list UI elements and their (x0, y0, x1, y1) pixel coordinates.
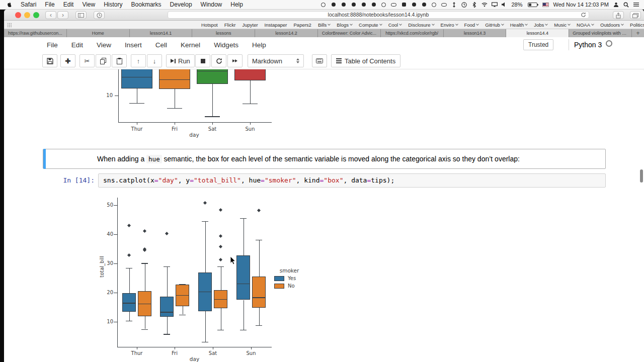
nb-menu-edit[interactable]: Edit (71, 41, 83, 49)
tools-icon[interactable] (421, 2, 427, 8)
menu-clock[interactable]: Wed Nov 14 12:03 PM (553, 2, 609, 8)
arrows-vertical-icon[interactable] (451, 2, 457, 8)
notification-center-icon[interactable] (633, 2, 639, 8)
interrupt-kernel-button[interactable] (195, 54, 210, 67)
zero-circle-icon[interactable] (381, 2, 387, 8)
insert-cell-button[interactable]: ✚ (60, 54, 75, 67)
badge-icon[interactable] (401, 2, 407, 8)
apple-menu-icon[interactable] (6, 2, 12, 8)
window-zoom-button[interactable] (33, 12, 39, 18)
bookmark-jobs[interactable]: Jobs (534, 22, 547, 28)
bird-icon[interactable] (361, 2, 367, 8)
browser-tab-0[interactable]: https://raw.githubusercon... (4, 29, 67, 37)
table-of-contents-button[interactable]: Table of Contents (331, 54, 400, 67)
bookmark-github[interactable]: GitHub (485, 22, 504, 28)
bookmark-politics[interactable]: Politics (630, 22, 644, 28)
window-close-button[interactable] (15, 12, 21, 18)
battery-icon[interactable] (527, 2, 538, 8)
nb-menu-widgets[interactable]: Widgets (214, 41, 238, 49)
menubar-item-file[interactable]: File (45, 1, 54, 8)
browser-tab-5[interactable]: ColorBrewer: Color Advic... (318, 29, 381, 37)
location-icon[interactable] (341, 2, 347, 8)
menubar-item-help[interactable]: Help (230, 1, 243, 8)
menubar-item-window[interactable]: Window (201, 1, 222, 8)
bookmark-enviro[interactable]: Enviro (441, 22, 458, 28)
markdown-cell[interactable]: When adding a hue semantic, the box for … (43, 149, 606, 169)
menubar-item-view[interactable]: View (82, 1, 95, 8)
window-minimize-button[interactable] (24, 12, 30, 18)
clock-icon[interactable] (461, 2, 467, 8)
browser-tab-2[interactable]: lesson14.1 (130, 29, 193, 37)
copy-cell-button[interactable] (96, 54, 111, 67)
browser-tab-4[interactable]: lesson14.2 (255, 29, 318, 37)
bookmark-papers2[interactable]: Papers2 (294, 22, 311, 28)
cut-cell-button[interactable]: ✂ (79, 54, 95, 67)
screen-record-icon[interactable] (320, 2, 327, 8)
share-icon[interactable] (613, 11, 624, 19)
nb-menu-cell[interactable]: Cell (155, 41, 167, 49)
menubar-item-bookmarks[interactable]: Bookmarks (131, 1, 162, 8)
volume-icon[interactable] (502, 2, 508, 8)
menubar-item-edit[interactable]: Edit (63, 1, 74, 8)
move-cell-down-button[interactable]: ↓ (147, 54, 162, 67)
bookmark-instapaper[interactable]: Instapaper (265, 22, 287, 28)
menubar-item-develop[interactable]: Develop (170, 1, 192, 8)
browser-tab-8[interactable]: lesson14.4 (506, 29, 569, 37)
bookmark-hotspot[interactable]: Hotspot (201, 22, 218, 28)
airplay-icon[interactable] (492, 2, 498, 8)
nb-menu-insert[interactable]: Insert (125, 41, 142, 49)
new-tab-button[interactable]: + (632, 29, 644, 37)
trusted-badge[interactable]: Trusted (523, 39, 553, 50)
paste-cell-button[interactable] (112, 54, 127, 67)
address-bar[interactable]: localhost:8888/notebooks/lesson14.4.ipyn… (168, 11, 589, 19)
tab-overview-icon[interactable] (630, 11, 641, 19)
browser-tab-3[interactable]: lessons (192, 29, 255, 37)
bookmark-health[interactable]: Health (510, 22, 527, 28)
user-icon[interactable] (613, 2, 619, 8)
bookmark-jupyter[interactable]: Jupyter (242, 22, 258, 28)
nb-menu-help[interactable]: Help (252, 41, 266, 49)
bookmark-food[interactable]: Food (464, 22, 479, 28)
sidebar-icon[interactable] (75, 11, 87, 19)
bookmark-noaa[interactable]: NOAA (577, 22, 594, 28)
bookmark-compute[interactable]: Compute (359, 22, 382, 28)
bookmark-blogs[interactable]: Blogs (337, 22, 352, 28)
swirl-icon[interactable] (371, 2, 377, 8)
shield-icon[interactable] (411, 2, 417, 8)
binoculars-icon[interactable] (441, 2, 447, 8)
restart-kernel-button[interactable] (211, 54, 226, 67)
bookmark-disclosure[interactable]: Disclosure (408, 22, 434, 28)
lock-icon[interactable] (351, 2, 357, 8)
browser-tab-7[interactable]: lesson14.3 (444, 29, 507, 37)
bookmark-music[interactable]: Music (554, 22, 570, 28)
command-palette-button[interactable] (312, 54, 327, 67)
back-button[interactable]: ‹ (45, 11, 56, 19)
restart-run-all-button[interactable] (227, 54, 243, 67)
bookmark-bills[interactable]: Bills (318, 22, 330, 28)
nb-menu-kernel[interactable]: Kernel (181, 41, 200, 49)
browser-tab-9[interactable]: Grouped violinplots with s... (569, 29, 632, 37)
menubar-item-history[interactable]: History (104, 1, 122, 8)
browser-tab-6[interactable]: https://xkcd.com/color/rgb/ (381, 29, 444, 37)
browser-tab-1[interactable]: Home (67, 29, 130, 37)
do-not-disturb-icon[interactable] (431, 2, 437, 8)
forward-button[interactable]: › (57, 11, 68, 19)
cell-type-select[interactable]: Markdown (248, 54, 304, 67)
bookmark-cool[interactable]: Cool (388, 22, 402, 28)
input-language-flag-icon[interactable] (542, 2, 549, 8)
reload-icon[interactable] (581, 12, 586, 18)
bookmark-flickr[interactable]: Flickr (224, 22, 236, 28)
bluetooth-icon[interactable] (471, 2, 477, 8)
cloud-upload-icon[interactable] (391, 2, 397, 8)
color-wheel-icon[interactable] (331, 2, 337, 8)
save-button[interactable] (42, 54, 57, 67)
menubar-item-safari[interactable]: Safari (21, 1, 36, 8)
scrollbar-thumb[interactable] (640, 169, 643, 183)
run-button[interactable]: Run (166, 54, 195, 67)
nb-menu-file[interactable]: File (47, 41, 58, 49)
spotlight-search-icon[interactable] (623, 2, 629, 8)
history-clock-icon[interactable] (94, 11, 105, 19)
bookmarks-grid-icon[interactable] (7, 23, 12, 28)
wifi-icon[interactable] (481, 2, 488, 8)
move-cell-up-button[interactable]: ↑ (131, 54, 146, 67)
